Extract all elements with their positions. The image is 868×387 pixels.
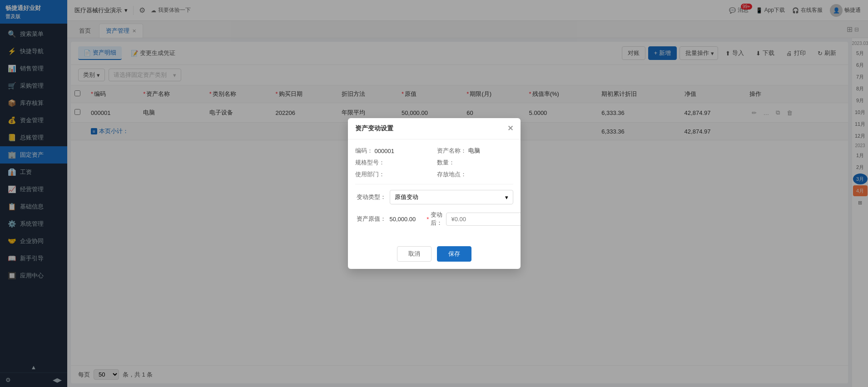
- modal-dept-item: 使用部门：: [355, 170, 432, 179]
- required-star: *: [427, 216, 429, 223]
- spec-label: 规格型号：: [355, 159, 385, 167]
- cancel-button[interactable]: 取消: [397, 246, 432, 262]
- change-type-row: 变动类型： 原值变动 ▾: [355, 190, 513, 204]
- after-change-input[interactable]: [446, 213, 520, 226]
- modal-divider: [355, 184, 513, 184]
- asset-value-display: 50,000.00: [390, 216, 416, 223]
- quantity-label: 数量：: [437, 159, 455, 167]
- modal-code-item: 编码： 000001: [355, 147, 432, 155]
- modal-overlay: 资产变动设置 ✕ 编码： 000001 资产名称： 电脑 规格型号： 数量：: [0, 0, 868, 387]
- modal-footer: 取消 保存: [348, 241, 521, 269]
- after-change-wrapper: * 变动后：: [427, 211, 520, 227]
- modal-close-btn[interactable]: ✕: [507, 125, 513, 132]
- code-value: 000001: [375, 148, 394, 154]
- change-type-dropdown-icon: ▾: [505, 194, 508, 201]
- modal-location-item: 存放地点：: [437, 170, 513, 179]
- asset-value-row: 资产原值： 50,000.00 * 变动后：: [355, 211, 513, 227]
- location-label: 存放地点：: [437, 170, 466, 179]
- asset-value-label: 资产原值：: [355, 215, 386, 223]
- save-button[interactable]: 保存: [437, 246, 471, 262]
- modal-body: 编码： 000001 资产名称： 电脑 规格型号： 数量： 使用部门：: [348, 139, 521, 241]
- modal-title: 资产变动设置: [355, 124, 393, 133]
- name-label: 资产名称：: [437, 147, 466, 155]
- modal-quantity-item: 数量：: [437, 159, 513, 167]
- modal-spec-item: 规格型号：: [355, 159, 432, 167]
- change-type-select[interactable]: 原值变动 ▾: [390, 190, 513, 204]
- change-type-value: 原值变动: [395, 193, 418, 201]
- modal-name-item: 资产名称： 电脑: [437, 147, 513, 155]
- modal-info-grid: 编码： 000001 资产名称： 电脑 规格型号： 数量： 使用部门：: [355, 147, 513, 179]
- name-value: 电脑: [468, 147, 480, 155]
- dept-label: 使用部门：: [355, 170, 385, 179]
- change-type-label: 变动类型：: [355, 193, 386, 201]
- modal-header: 资产变动设置 ✕: [348, 118, 521, 139]
- after-change-label: 变动后：: [431, 211, 442, 227]
- code-label: 编码：: [355, 147, 373, 155]
- asset-change-modal: 资产变动设置 ✕ 编码： 000001 资产名称： 电脑 规格型号： 数量：: [348, 118, 521, 269]
